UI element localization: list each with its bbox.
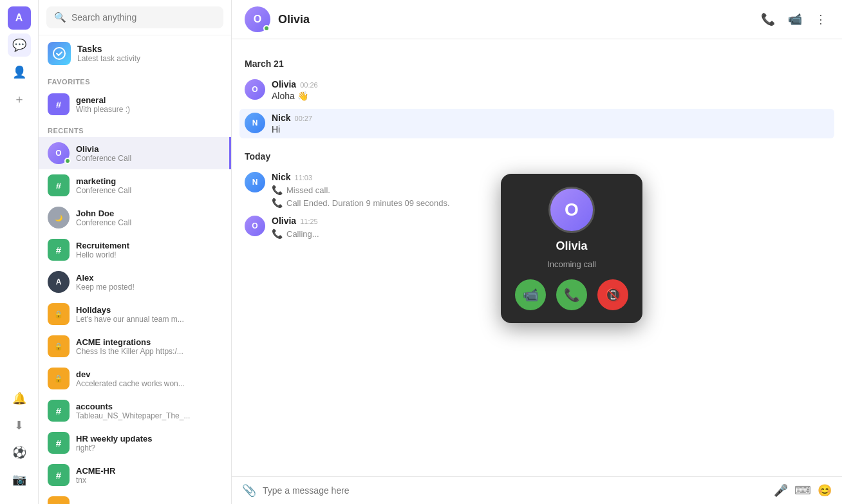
calling-text: Calling... bbox=[286, 229, 319, 239]
chat-header-name: Olivia bbox=[278, 13, 751, 26]
alex-avatar: A bbox=[48, 271, 70, 293]
item-name: Alex bbox=[76, 273, 222, 283]
online-indicator bbox=[64, 158, 71, 164]
sidebar-item-olivia[interactable]: O Olivia Conference Call bbox=[39, 137, 231, 169]
channel-icon: 🔒 bbox=[48, 496, 70, 504]
missed-call-text: Missed call. bbox=[286, 185, 330, 195]
sidebar-item-general[interactable]: # general With pleasure :) bbox=[39, 88, 231, 120]
accept-call-button[interactable]: 📞 bbox=[556, 279, 587, 310]
camera-icon[interactable]: 📷 bbox=[8, 468, 31, 491]
popup-call-status: Incoming call bbox=[547, 259, 596, 269]
item-sub: Keep me posted! bbox=[76, 283, 222, 292]
msg-avatar: N bbox=[245, 113, 265, 133]
emoji-icon[interactable]: 😊 bbox=[818, 483, 832, 498]
tasks-item[interactable]: Tasks Latest task activity bbox=[39, 35, 231, 71]
sidebar-item-marketing[interactable]: # marketing Conference Call bbox=[39, 169, 231, 201]
call-ended-text: Call Ended. Duration 9 minutes 09 second… bbox=[286, 198, 450, 208]
item-name: Recruitement bbox=[76, 241, 222, 250]
popup-caller-name: Olivia bbox=[556, 239, 587, 253]
search-input[interactable] bbox=[71, 12, 216, 23]
sidebar-item-john-doe[interactable]: 🌙 John Doe Conference Call bbox=[39, 201, 231, 234]
item-sub: Conference Call bbox=[76, 218, 222, 227]
sidebar-list: Tasks Latest task activity FAVORITES # g… bbox=[39, 35, 231, 504]
item-sub: Hello world! bbox=[76, 250, 222, 259]
msg-time: 11:03 bbox=[295, 174, 313, 182]
add-icon[interactable]: ＋ bbox=[8, 88, 31, 111]
sidebar-item-acme-hr[interactable]: # ACME-HR tnx bbox=[39, 459, 231, 491]
john-avatar: 🌙 bbox=[48, 207, 70, 229]
msg-content: Olivia 00:26 Aloha 👋 bbox=[272, 79, 829, 101]
popup-actions: 📹 📞 📵 bbox=[515, 279, 628, 310]
attachment-icon[interactable]: 📎 bbox=[242, 483, 256, 498]
phone-icon[interactable]: 📞 bbox=[758, 10, 778, 29]
mic-icon[interactable]: 🎤 bbox=[774, 483, 788, 498]
chat-icon[interactable]: 💬 bbox=[8, 33, 31, 57]
msg-avatar: N bbox=[245, 172, 265, 192]
message-row: O Olivia 00:26 Aloha 👋 bbox=[245, 79, 829, 101]
sidebar-item-recruitement[interactable]: # Recruitement Hello world! bbox=[39, 234, 231, 266]
sidebar-item-acme-integrations[interactable]: 🔒 ACME integrations Chess Is the Killer … bbox=[39, 330, 231, 362]
tasks-sub: Latest task activity bbox=[77, 54, 140, 63]
channel-icon: # bbox=[48, 432, 70, 454]
item-name: general bbox=[76, 95, 222, 105]
sidebar-item-accounts[interactable]: # accounts Tableau_NS_Whitepaper_The_... bbox=[39, 395, 231, 427]
channel-icon: # bbox=[48, 400, 70, 422]
tasks-name: Tasks bbox=[77, 44, 140, 54]
sidebar-item-hr-weekly[interactable]: # HR weekly updates right? bbox=[39, 427, 231, 459]
download-icon[interactable]: ⬇ bbox=[8, 414, 31, 437]
date-group-today: Today bbox=[245, 151, 829, 162]
user-avatar[interactable]: A bbox=[8, 6, 31, 30]
date-group-march21: March 21 bbox=[245, 59, 829, 69]
item-sub: tnx bbox=[76, 476, 222, 485]
video-icon[interactable]: 📹 bbox=[785, 10, 805, 29]
sidebar-item-alex[interactable]: A Alex Keep me posted! bbox=[39, 266, 231, 298]
channel-icon: # bbox=[48, 93, 70, 115]
header-icons: 📞 📹 ⋮ bbox=[758, 10, 829, 29]
msg-sender: Nick bbox=[272, 113, 291, 123]
item-name: John Doe bbox=[76, 209, 222, 218]
favorites-label: FAVORITES bbox=[39, 71, 231, 88]
item-sub: Conference Call bbox=[76, 154, 220, 163]
sidebar-item-dev[interactable]: 🔒 dev Accelerated cache works won... bbox=[39, 362, 231, 395]
msg-sender: Olivia bbox=[272, 216, 296, 226]
channel-icon: 🔒 bbox=[48, 303, 70, 325]
sidebar-item-ai[interactable]: 🔒 Artificial Intelligence bbox=[39, 491, 231, 504]
channel-icon: # bbox=[48, 174, 70, 196]
incoming-call-popup: O Olivia Incoming call 📹 📞 📵 bbox=[501, 174, 642, 323]
item-sub: Chess Is the Killer App https:/... bbox=[76, 347, 222, 356]
msg-avatar: O bbox=[245, 216, 265, 236]
more-icon[interactable]: ⋮ bbox=[812, 10, 829, 29]
item-name: ACME integrations bbox=[76, 337, 222, 347]
chat-main: O Olivia 📞 📹 ⋮ March 21 O Olivia 00:26 A… bbox=[232, 0, 842, 504]
item-sub: Tableau_NS_Whitepaper_The_... bbox=[76, 411, 222, 420]
message-input[interactable] bbox=[263, 485, 767, 496]
item-name: Olivia bbox=[76, 144, 220, 154]
icon-bar: A 💬 👤 ＋ 🔔 ⬇ ⚽ 📷 bbox=[0, 0, 39, 504]
bell-icon[interactable]: 🔔 bbox=[8, 387, 31, 410]
item-name: ACME-HR bbox=[76, 466, 222, 476]
popup-avatar: O bbox=[548, 187, 595, 233]
item-name: marketing bbox=[76, 176, 222, 186]
keyboard-icon[interactable]: ⌨ bbox=[794, 483, 811, 498]
item-name: dev bbox=[76, 369, 222, 379]
contacts-icon[interactable]: 👤 bbox=[8, 61, 31, 84]
chat-header: O Olivia 📞 📹 ⋮ bbox=[232, 0, 842, 39]
soccer-icon[interactable]: ⚽ bbox=[8, 441, 31, 464]
video-answer-button[interactable]: 📹 bbox=[515, 279, 546, 310]
online-dot bbox=[263, 25, 270, 32]
decline-call-button[interactable]: 📵 bbox=[597, 279, 628, 310]
search-bar: 🔍 bbox=[39, 0, 231, 35]
channel-icon: # bbox=[48, 464, 70, 486]
channel-icon: 🔒 bbox=[48, 368, 70, 389]
recents-label: RECENTS bbox=[39, 120, 231, 137]
msg-time: 00:26 bbox=[300, 81, 318, 89]
chat-input-bar: 📎 🎤 ⌨ 😊 bbox=[232, 476, 842, 504]
msg-content: Nick 00:27 Hi bbox=[272, 113, 829, 135]
sidebar-item-holidays[interactable]: 🔒 Holidays Let's have our annual team m.… bbox=[39, 298, 231, 330]
search-icon: 🔍 bbox=[54, 12, 66, 23]
channel-icon: # bbox=[48, 239, 70, 261]
svg-point-0 bbox=[53, 48, 65, 59]
message-row-highlighted: N Nick 00:27 Hi bbox=[239, 109, 834, 138]
item-name: HR weekly updates bbox=[76, 434, 222, 443]
msg-sender: Olivia bbox=[272, 79, 296, 89]
